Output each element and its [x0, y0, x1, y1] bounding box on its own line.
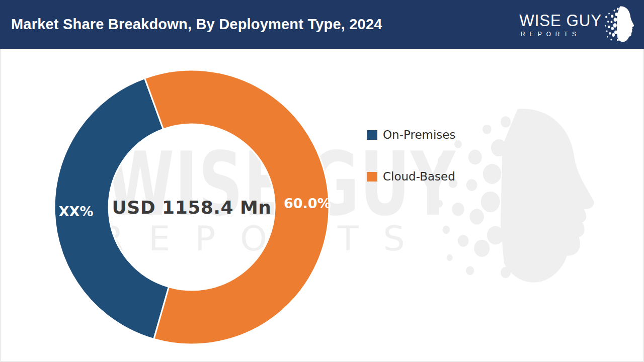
slice-label-on-premises: XX% — [59, 204, 94, 219]
brand-logo: WISE GUY REPORTS — [512, 6, 635, 44]
slice-label-cloud-based: 60.0% — [284, 195, 331, 211]
chart-area: WISE GUY REPORTS USD 1158.4 Mn On-Premis… — [0, 49, 644, 361]
legend-label-on-premises: On-Premises — [383, 129, 455, 141]
brand-wordmark-line2: REPORTS — [519, 31, 581, 37]
donut-center-value: USD 1158.4 Mn — [112, 197, 272, 218]
legend: On-Premises Cloud-Based — [367, 129, 455, 183]
legend-label-cloud-based: Cloud-Based — [383, 171, 455, 183]
brand-wordmark-line1: WISE GUY — [519, 12, 602, 29]
legend-swatch-on-premises — [367, 130, 377, 140]
legend-item-cloud-based: Cloud-Based — [367, 171, 455, 183]
page-title: Market Share Breakdown, By Deployment Ty… — [11, 16, 382, 33]
legend-swatch-cloud-based — [367, 172, 377, 182]
header: Market Share Breakdown, By Deployment Ty… — [0, 0, 644, 49]
brand-face-icon — [604, 6, 635, 44]
legend-item-on-premises: On-Premises — [367, 129, 455, 141]
brand-wordmark: WISE GUY REPORTS — [519, 12, 602, 37]
